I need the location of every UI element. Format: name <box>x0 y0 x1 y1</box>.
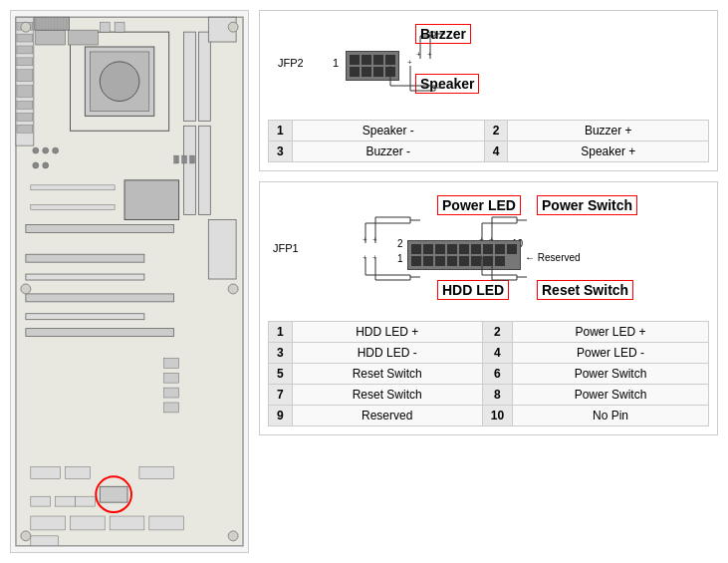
svg-rect-37 <box>17 113 33 121</box>
svg-rect-54 <box>174 155 179 163</box>
svg-text:+: + <box>363 235 367 244</box>
pin-name: Speaker - <box>292 121 484 141</box>
svg-rect-55 <box>182 155 187 163</box>
svg-rect-58 <box>69 30 99 45</box>
svg-rect-20 <box>164 388 179 398</box>
svg-point-72 <box>228 22 238 32</box>
svg-point-25 <box>43 147 49 153</box>
svg-text:+: + <box>407 58 412 67</box>
power-switch-label-container: + + Power Switch <box>537 195 637 215</box>
pin-number: 3 <box>269 141 293 162</box>
pin-number: 2 <box>482 322 512 343</box>
table-row: 1 HDD LED + 2 Power LED + <box>269 322 709 343</box>
svg-rect-18 <box>164 358 179 368</box>
pin-name: Reserved <box>292 406 482 426</box>
power-switch-label: Power Switch <box>537 195 637 215</box>
pin-number: 8 <box>482 385 512 406</box>
table-row: 3 Buzzer - 4 Speaker + <box>269 141 709 162</box>
buzzer-label: Buzzer <box>415 24 471 44</box>
svg-rect-6 <box>198 32 210 121</box>
svg-rect-5 <box>184 32 196 121</box>
svg-point-27 <box>33 162 39 168</box>
svg-rect-15 <box>124 180 179 220</box>
pin-number: 1 <box>269 121 293 141</box>
svg-rect-44 <box>66 466 91 478</box>
svg-text:+: + <box>372 235 377 244</box>
reset-switch-label: Reset Switch <box>537 280 633 300</box>
pin-number: 5 <box>269 364 293 385</box>
jfp1-table: 1 HDD LED + 2 Power LED + 3 HDD LED - 4 … <box>268 321 709 426</box>
pin-name: Reset Switch <box>292 364 482 385</box>
svg-rect-31 <box>17 34 33 42</box>
svg-rect-10 <box>26 254 144 262</box>
svg-rect-32 <box>17 46 33 54</box>
pin-number: 9 <box>269 406 293 426</box>
svg-text:+: + <box>387 58 392 67</box>
svg-point-74 <box>228 531 238 541</box>
pin-number: 2 <box>484 121 508 141</box>
pin-name: Power LED + <box>513 322 709 343</box>
svg-rect-33 <box>17 58 33 66</box>
svg-point-76 <box>21 284 31 294</box>
svg-rect-12 <box>26 294 174 302</box>
table-row: 1 Speaker - 2 Buzzer + <box>269 121 709 141</box>
pin-name: Speaker + <box>508 141 709 162</box>
jfp2-diagram: JFP2 1 <box>268 19 709 114</box>
pin-name: Reset Switch <box>292 385 482 406</box>
svg-point-73 <box>21 531 31 541</box>
svg-rect-14 <box>26 329 174 337</box>
pin-name: No Pin <box>513 406 709 426</box>
svg-rect-9 <box>26 224 174 232</box>
jfp2-table: 1 Speaker - 2 Buzzer + 3 Buzzer - 4 Spea… <box>268 120 709 162</box>
svg-rect-22 <box>208 220 236 280</box>
svg-point-75 <box>228 284 238 294</box>
svg-rect-39 <box>100 22 110 32</box>
svg-rect-21 <box>164 403 179 413</box>
svg-rect-52 <box>149 516 184 530</box>
jfp1-diagram: JFP1 + + Power LED <box>268 190 709 315</box>
pin-name: Power Switch <box>513 364 709 385</box>
svg-rect-57 <box>36 30 66 45</box>
svg-rect-19 <box>164 373 179 383</box>
svg-rect-17 <box>31 205 115 210</box>
pin-number: 1 <box>269 322 293 343</box>
svg-rect-41 <box>100 486 127 502</box>
reset-switch-label-container: + + Reset Switch <box>537 280 633 300</box>
svg-rect-8 <box>198 126 210 214</box>
svg-rect-46 <box>31 496 51 506</box>
svg-rect-40 <box>115 22 124 32</box>
table-row: 9 Reserved 10 No Pin <box>269 406 709 426</box>
svg-rect-36 <box>17 102 33 110</box>
pin-name: HDD LED - <box>292 343 482 364</box>
jfp1-section: JFP1 + + Power LED <box>259 181 718 435</box>
right-panel: JFP2 1 <box>259 10 718 553</box>
svg-point-24 <box>33 147 39 153</box>
svg-rect-56 <box>189 155 194 163</box>
jfp1-label: JFP1 <box>273 242 299 254</box>
table-row: 5 Reset Switch 6 Power Switch <box>269 364 709 385</box>
svg-text:+: + <box>479 253 484 262</box>
svg-rect-51 <box>110 516 144 530</box>
svg-point-71 <box>21 22 31 32</box>
pin-number: 4 <box>484 141 508 162</box>
svg-text:+: + <box>489 253 494 262</box>
pin-number: 7 <box>269 385 293 406</box>
svg-rect-47 <box>56 496 76 506</box>
svg-rect-53 <box>31 536 59 546</box>
pin-number: 10 <box>482 406 512 426</box>
svg-text:+: + <box>372 253 377 262</box>
pin-name: Buzzer - <box>292 141 484 162</box>
jfp2-pin-start: 1 <box>333 57 339 69</box>
svg-rect-45 <box>139 466 174 478</box>
jfp2-label: JFP2 <box>278 57 304 69</box>
svg-text:+: + <box>363 253 367 262</box>
pin-number: 3 <box>269 343 293 364</box>
pin-name: HDD LED + <box>292 322 482 343</box>
pin-number: 6 <box>482 364 512 385</box>
pin-name: Power LED - <box>513 343 709 364</box>
svg-point-28 <box>43 162 49 168</box>
jfp1-pin2: 2 <box>397 238 403 249</box>
table-row: 3 HDD LED - 4 Power LED - <box>269 343 709 364</box>
svg-rect-50 <box>71 516 106 530</box>
svg-rect-38 <box>17 125 33 133</box>
